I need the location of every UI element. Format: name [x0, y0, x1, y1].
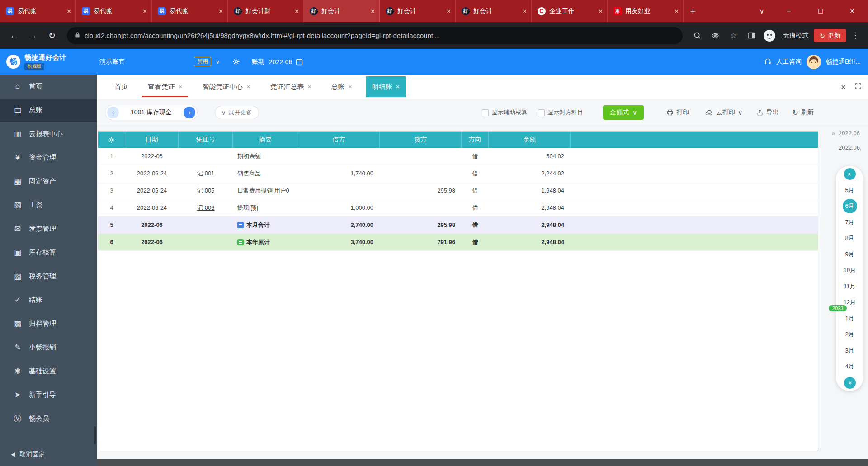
workspace-tab[interactable]: 总账×: [326, 76, 358, 97]
sidebar-item-guide[interactable]: ➤新手引导: [0, 383, 97, 407]
close-all-tabs-icon[interactable]: ×: [841, 82, 846, 92]
account-selector[interactable]: ‹ 1001 库存现金 ›: [105, 105, 198, 120]
refresh-button[interactable]: ↻刷新: [793, 108, 814, 117]
scroll-down-button[interactable]: «: [844, 377, 856, 389]
sidebar-item-asset[interactable]: ▦固定资产: [0, 169, 97, 193]
workspace-tab[interactable]: 首页: [108, 76, 134, 97]
browser-tab[interactable]: 用用友好业×: [608, 0, 684, 22]
forward-icon[interactable]: →: [24, 27, 42, 44]
eye-slash-icon[interactable]: [707, 27, 723, 44]
tab-close-icon[interactable]: ×: [396, 83, 400, 90]
month-item[interactable]: 4月: [836, 359, 863, 375]
new-tab-button[interactable]: +: [684, 0, 703, 22]
tab-close-icon[interactable]: ×: [675, 7, 679, 15]
workspace-tab[interactable]: 明细账×: [366, 76, 406, 97]
bottom-scrollbar[interactable]: [97, 459, 868, 466]
export-button[interactable]: 导出: [756, 108, 779, 117]
sidebar-item-tax[interactable]: ▨税务管理: [0, 264, 97, 288]
workspace-tab[interactable]: 智能凭证中心×: [196, 76, 256, 97]
table-row[interactable]: 42022-06-24记-006提现[预]1,000.00借2,948.04: [98, 199, 818, 217]
sidebar-item-reimburse[interactable]: ✎小畅报销: [0, 336, 97, 360]
reload-icon[interactable]: ↻: [43, 27, 61, 44]
month-item[interactable]: 1月: [836, 311, 863, 327]
browser-tab[interactable]: 好好会计财×: [228, 0, 304, 22]
browser-tab[interactable]: 易易代账×: [76, 0, 152, 22]
tab-close-icon[interactable]: ×: [599, 7, 603, 15]
browser-tab[interactable]: C企业工作×: [532, 0, 608, 22]
consult-link[interactable]: 人工咨询: [776, 58, 802, 66]
tab-close-icon[interactable]: ×: [307, 83, 311, 90]
back-icon[interactable]: ←: [5, 27, 23, 44]
tab-close-icon[interactable]: ×: [219, 7, 223, 15]
sidebar-item-member[interactable]: Ⓥ畅会员: [0, 407, 97, 431]
browser-tab[interactable]: 好好会计×: [380, 0, 456, 22]
bookmark-star-icon[interactable]: ☆: [725, 27, 741, 44]
sidebar-item-settings[interactable]: ✱基础设置: [0, 359, 97, 383]
account-set-name[interactable]: 演示账套: [99, 58, 125, 66]
search-icon[interactable]: [689, 27, 705, 44]
sidebar-item-ledger[interactable]: ▤总账: [0, 99, 97, 122]
browser-tab[interactable]: 好好会计×: [304, 0, 380, 22]
unpin-button[interactable]: ◀ 取消固定: [0, 445, 97, 463]
table-settings-gear-icon[interactable]: [98, 132, 125, 148]
sidebar-item-invoice[interactable]: ✉发票管理: [0, 217, 97, 241]
expand-more-button[interactable]: ∨展开更多: [215, 106, 259, 119]
tab-close-icon[interactable]: ×: [523, 7, 527, 15]
tab-close-icon[interactable]: ×: [349, 83, 352, 90]
next-account-icon[interactable]: ›: [184, 107, 195, 118]
tab-close-icon[interactable]: ×: [67, 7, 71, 15]
workspace-tab[interactable]: 凭证汇总表×: [264, 76, 317, 97]
table-row[interactable]: 12022-06期初余额借504.02: [98, 148, 818, 165]
minimize-button[interactable]: −: [773, 0, 805, 22]
month-item[interactable]: 6月: [836, 198, 863, 215]
month-item[interactable]: 3月: [836, 343, 863, 359]
sidebar-item-report[interactable]: ▥云报表中心: [0, 122, 97, 146]
voucher-link[interactable]: 记-005: [197, 187, 214, 194]
incognito-avatar[interactable]: [761, 27, 778, 44]
tab-close-icon[interactable]: ×: [371, 7, 375, 15]
workspace-tab[interactable]: 查看凭证×: [142, 76, 188, 97]
tab-close-icon[interactable]: ×: [179, 83, 182, 90]
month-item[interactable]: 11月: [836, 278, 863, 295]
sidebar-item-archive[interactable]: ▩归档管理: [0, 312, 97, 336]
tab-close-icon[interactable]: ×: [447, 7, 451, 15]
table-row[interactable]: 62022-06本年累计3,740.00791.96借2,948.04: [98, 234, 818, 251]
calendar-icon[interactable]: [296, 58, 303, 66]
month-item[interactable]: 7月: [836, 214, 863, 231]
tabs-dropdown-icon[interactable]: ∨: [750, 0, 773, 22]
sidebar-item-inventory[interactable]: ▣库存核算: [0, 241, 97, 265]
show-auxiliary-checkbox[interactable]: 显示辅助核算: [482, 108, 527, 117]
sidebar-scrollbar[interactable]: [94, 426, 96, 444]
cloud-print-button[interactable]: 云打印∨: [705, 108, 742, 117]
user-avatar[interactable]: [806, 54, 821, 70]
side-panel-icon[interactable]: [743, 27, 760, 44]
browser-tab[interactable]: 好好会计×: [456, 0, 532, 22]
print-button[interactable]: 打印: [666, 108, 689, 117]
month-item[interactable]: 2月: [836, 327, 863, 343]
month-item[interactable]: 10月: [836, 263, 863, 279]
maximize-button[interactable]: □: [805, 0, 836, 22]
browser-menu-icon[interactable]: ⋮: [848, 31, 863, 40]
table-row[interactable]: 22022-06-24记-001销售商品1,740.00借2,244.02: [98, 165, 818, 182]
sidebar-item-home[interactable]: ⌂首页: [0, 75, 97, 99]
account-set-dropdown-icon[interactable]: ∨: [216, 59, 220, 65]
sidebar-item-closing[interactable]: ✓结账: [0, 288, 97, 312]
browser-tab[interactable]: 易易代账×: [0, 0, 76, 22]
month-item[interactable]: 8月: [836, 231, 863, 247]
period-value[interactable]: 2022-06: [269, 58, 292, 66]
month-item[interactable]: 5月: [836, 182, 863, 198]
user-name[interactable]: 畅捷通B组...: [826, 58, 861, 66]
voucher-link[interactable]: 记-006: [197, 204, 214, 211]
checkbox-icon[interactable]: [482, 109, 489, 116]
browser-tab[interactable]: 易易代账×: [152, 0, 228, 22]
sidebar-item-fund[interactable]: ¥资金管理: [0, 146, 97, 170]
tab-close-icon[interactable]: ×: [246, 83, 250, 90]
table-row[interactable]: 32022-06-24记-005日常费用报销 用户0295.98借1,948.0…: [98, 182, 818, 199]
sidebar-item-salary[interactable]: ▧工资: [0, 193, 97, 217]
tab-close-icon[interactable]: ×: [295, 7, 299, 15]
window-close-button[interactable]: ×: [836, 0, 868, 22]
month-item[interactable]: 9月: [836, 246, 863, 263]
scroll-up-button[interactable]: «: [844, 168, 856, 180]
checkbox-icon[interactable]: [538, 109, 545, 116]
voucher-link[interactable]: 记-001: [197, 170, 214, 177]
